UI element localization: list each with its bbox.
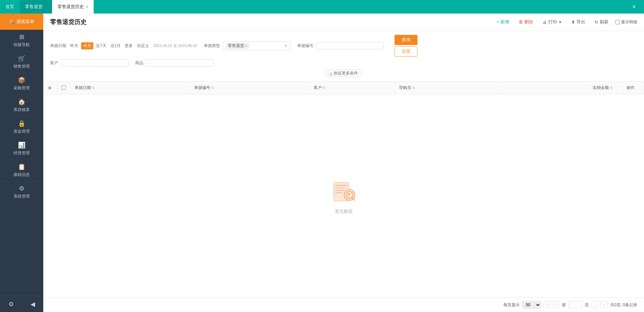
query-button[interactable]: 查询 <box>395 35 418 45</box>
sort-customer-icon[interactable]: ⇅ <box>323 86 326 90</box>
voucher-type-tag: 零售退货 × <box>226 43 249 49</box>
sort-guide-icon[interactable]: ⇅ <box>412 86 415 90</box>
sort-amount-icon[interactable]: ⇅ <box>610 86 613 90</box>
goods-input[interactable] <box>146 59 214 67</box>
svg-rect-2 <box>335 187 345 188</box>
goods-filter: 商品 <box>135 59 214 67</box>
new-button[interactable]: + 新增 <box>494 18 512 26</box>
next-page-button[interactable]: › <box>592 302 598 308</box>
last-page-button[interactable]: » <box>600 302 607 308</box>
query-buttons: 查询 设置 <box>395 35 418 57</box>
voucher-no-label: 单据编号 <box>297 43 313 49</box>
first-page-button[interactable]: « <box>544 302 551 308</box>
select-all-checkbox[interactable] <box>62 85 66 90</box>
settings-bottom-icon[interactable]: ⚙ <box>8 300 14 308</box>
total-text: 共0页, 0条记录 <box>610 302 637 308</box>
operations-icon: 📊 <box>18 141 25 149</box>
sidebar-item-inventory[interactable]: 🏠 库存核算 <box>0 95 43 116</box>
filter-row-2: 客户 商品 <box>50 59 637 67</box>
table-settings-icon[interactable]: ⚙ <box>48 86 52 90</box>
date-custom[interactable]: 自定义 <box>136 42 150 49</box>
date-1month[interactable]: 近1月 <box>109 42 122 49</box>
empty-state: 暂无数据 <box>43 94 644 297</box>
sidebar-item-operations[interactable]: 📊 经营管理 <box>0 138 43 160</box>
quick-nav-icon: ⊞ <box>19 33 24 41</box>
header-actions: + 新增 🗑 删除 🖨 打印 ▼ ⬆ 导出 ↻ 刷新 显示明细 <box>494 18 637 26</box>
voucher-type-filter: 单据类型 零售退货 × ▼ <box>204 41 290 50</box>
print-icon: 🖨 <box>543 20 547 25</box>
date-7days[interactable]: 近7天 <box>95 42 108 49</box>
sidebar-item-basic-info[interactable]: 📋 基础信息 <box>0 160 43 181</box>
export-icon: ⬆ <box>571 20 575 25</box>
col-voucher-no: 单据编号⇅ <box>190 82 310 94</box>
svg-rect-3 <box>335 190 344 191</box>
prev-page-button[interactable]: ‹ <box>553 302 559 308</box>
sidebar-item-finance[interactable]: 🔒 资金管理 <box>0 116 43 138</box>
main-layout: 🔍 搜索菜单 ⊞ 快捷导航 🛒 销售管理 📦 采购管理 🏠 库存核算 🔒 <box>0 14 644 312</box>
col-amount: 实销金额⇅ <box>497 82 617 94</box>
sales-mgmt-icon: 🛒 <box>18 55 25 62</box>
date-more[interactable]: 更多 <box>123 42 134 49</box>
purchase-mgmt-icon: 📦 <box>18 76 25 84</box>
svg-rect-1 <box>335 185 347 186</box>
collapse-btn[interactable]: △ 收起更多条件 <box>325 69 362 77</box>
sidebar-search[interactable]: 🔍 搜索菜单 <box>0 14 43 30</box>
pagination-bar: 每页显示 50 100 200 « ‹ 第 1 页 › » 共0页, 0条记录 <box>43 297 644 312</box>
customer-label: 客户 <box>50 60 58 66</box>
date-range-text: 2023-06-02 至 2023-06-02 <box>153 43 197 48</box>
filter-row-1: 单据日期 昨天 今天 近7天 近1月 更多 自定义 2023-06-02 至 2… <box>50 35 637 57</box>
print-button[interactable]: 🖨 打印 ▼ <box>540 18 565 26</box>
filter-area: 单据日期 昨天 今天 近7天 近1月 更多 自定义 2023-06-02 至 2… <box>43 31 644 82</box>
customer-filter: 客户 <box>50 59 128 67</box>
empty-icon <box>330 177 357 204</box>
sidebar-item-purchase-mgmt[interactable]: 📦 采购管理 <box>0 73 43 95</box>
print-dropdown-icon: ▼ <box>558 20 562 24</box>
date-filter: 单据日期 昨天 今天 近7天 近1月 更多 自定义 2023-06-02 至 2… <box>50 42 197 49</box>
col-guide: 导购员⇅ <box>395 82 497 94</box>
sort-date-icon[interactable]: ⇅ <box>92 86 95 90</box>
page-unit: 页 <box>585 302 589 308</box>
tab-retail-return-close[interactable]: × <box>45 5 47 9</box>
collapse-sidebar-icon[interactable]: ◀ <box>30 300 35 308</box>
sidebar-item-sales-mgmt[interactable]: 🛒 销售管理 <box>0 51 43 73</box>
voucher-type-dropdown-icon: ▼ <box>284 44 287 48</box>
sidebar-item-system[interactable]: ⚙ 系统管理 <box>0 181 43 203</box>
show-detail-checkbox[interactable] <box>615 20 620 24</box>
date-yesterday[interactable]: 昨天 <box>69 42 80 49</box>
col-customer: 客户⇅ <box>309 82 395 94</box>
voucher-no-input[interactable] <box>316 42 384 49</box>
basic-info-icon: 📋 <box>18 163 25 171</box>
voucher-no-filter: 单据编号 <box>297 42 384 49</box>
voucher-type-label: 单据类型 <box>204 43 220 49</box>
collapse-label: 收起更多条件 <box>334 70 358 76</box>
sidebar-item-quick-nav[interactable]: ⊞ 快捷导航 <box>0 30 43 51</box>
page-title: 零售退货历史 <box>50 18 87 26</box>
export-button[interactable]: ⬆ 导出 <box>569 18 588 26</box>
finance-icon: 🔒 <box>18 120 25 127</box>
date-today[interactable]: 今天 <box>81 42 93 49</box>
empty-text: 暂无数据 <box>335 208 353 215</box>
voucher-type-select[interactable]: 零售退货 × ▼ <box>223 41 290 50</box>
tab-retail-return-history[interactable]: 零售退货历史 × <box>52 0 93 14</box>
delete-button[interactable]: 🗑 删除 <box>516 18 536 26</box>
topbar-right: × <box>629 3 644 10</box>
refresh-button[interactable]: ↻ 刷新 <box>592 18 611 26</box>
svg-rect-4 <box>335 192 342 193</box>
tab-retail-return-history-close[interactable]: × <box>86 5 88 9</box>
window-close-button[interactable]: × <box>629 3 639 10</box>
refresh-icon: ↻ <box>595 20 598 25</box>
top-bar: 首页 零售退货 × 零售退货历史 × × <box>0 0 644 14</box>
page-input[interactable]: 1 <box>569 302 582 308</box>
sidebar-nav: ⊞ 快捷导航 🛒 销售管理 📦 采购管理 🏠 库存核算 🔒 资金管理 📊 <box>0 30 43 296</box>
col-settings: ⚙ <box>43 82 57 94</box>
tab-retail-return[interactable]: 零售退货 × <box>20 0 52 14</box>
tab-home[interactable]: 首页 <box>0 0 20 14</box>
show-detail-checkbox-label[interactable]: 显示明细 <box>615 19 637 25</box>
voucher-type-tag-close[interactable]: × <box>245 44 247 48</box>
customer-input[interactable] <box>61 59 128 67</box>
set-button[interactable]: 设置 <box>395 46 418 57</box>
date-shortcuts: 昨天 今天 近7天 近1月 更多 自定义 <box>69 42 150 49</box>
sort-voucher-icon[interactable]: ⇅ <box>211 86 214 90</box>
per-page-select[interactable]: 50 100 200 <box>522 301 541 309</box>
search-icon: 🔍 <box>9 19 15 24</box>
